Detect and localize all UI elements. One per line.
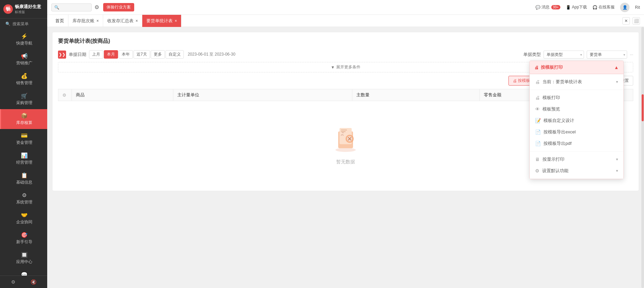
current-month-btn[interactable]: 本月 [104,50,118,59]
dropdown-item-export-excel[interactable]: 📄 按模板导出excel [530,126,623,138]
apps-icon: 🔲 [21,252,28,258]
dropdown-item-default-func[interactable]: ⚙ 设置默认功能 ▾ [530,165,623,177]
dropdown-print-icon: 🖨 [534,65,539,70]
export-excel-icon: 📄 [535,129,541,135]
messages-label: 消息 [541,4,550,10]
default-func-icon: ⚙ [535,168,539,173]
sidebar-item-label: 资金管理 [16,140,32,146]
sidebar-item-wechat[interactable]: 💬 企业微信 [0,268,47,276]
search-icon: 🔍 [54,5,59,10]
tab-receipts-close[interactable]: × [136,19,138,23]
more-btn[interactable]: 更多 [151,50,165,59]
order-type-select[interactable]: 单据类型 [544,51,584,59]
sidebar-item-operations[interactable]: 📊 经营管理 [0,149,47,169]
sidebar-item-system[interactable]: ⚙ 系统管理 [0,189,47,209]
item-left: 📄 按模板导出pdf [535,140,572,147]
current-item-arrow: ▾ [616,79,618,84]
export-pdf-icon: 📄 [535,141,541,146]
sidebar-item-label: 销售管理 [16,80,32,86]
dropdown-item-template-design[interactable]: 📝 模板自定义设计 [530,115,623,126]
user-avatar[interactable]: 👤 [620,3,630,12]
dropdown-title-label: 按模板打印 [541,64,563,70]
item-left: 🖥 按显示打印 [535,156,564,162]
sidebar-item-label: 企业协同 [16,219,32,225]
right-scrollbar[interactable] [641,27,644,288]
item-left: 📝 模板自定义设计 [535,118,574,124]
sidebar-item-shortcut[interactable]: ⚡ 快捷导航 [0,30,47,50]
prev-month-btn[interactable]: 上月 [89,50,103,59]
order-type-select-wrap: 单据类型 [544,51,584,59]
sidebar-item-marketing[interactable]: 📢 营销推广 [0,50,47,69]
more-options-icon: ··· [630,52,633,57]
current-item-icon: 🖨 [535,79,540,85]
sidebar-item-basics[interactable]: 📋 基础信息 [0,169,47,189]
page-content: 要货单统计表(按商品) ❯❯ 单据日期 上月 本月 本年 近7天 更多 自定义 … [47,27,644,288]
tab-home[interactable]: 首页 [51,15,68,27]
audio-bottom-icon[interactable]: 🔇 [31,279,36,285]
order-category-select[interactable]: 要货单 [587,51,627,59]
table-settings-icon[interactable]: ⚙ [62,93,66,98]
sidebar-bottom: ⚙ 🔇 [0,276,47,288]
last7days-btn[interactable]: 近7天 [134,50,150,59]
custom-btn[interactable]: 自定义 [166,50,184,59]
tab-batch-account[interactable]: 库存批次账 × [68,15,103,27]
tab-order-summary[interactable]: 要货单统计表 × [142,15,181,27]
dropdown-current-section: 🖨 当前：要货单统计表 ▾ [530,74,623,90]
dropdown-bottom-section: 🖥 按显示打印 ▾ ⚙ 设置默认功能 ▾ [530,152,623,179]
online-service-action[interactable]: 🎧 在线客服 [592,4,615,10]
dropdown-main-section: 🖨 模板打印 👁 模板预览 📝 模板自定义设计 [530,90,623,152]
search-icon: 🔍 [5,22,10,26]
tab-maximize-btn[interactable]: ⬜ [633,17,640,25]
dropdown-item-display-print[interactable]: 🖥 按显示打印 ▾ [530,154,623,165]
shortcut-icon: ⚡ [21,33,28,39]
sidebar-item-guide[interactable]: 🎯 新手引导 [0,228,47,248]
dropdown-item-export-pdf[interactable]: 📄 按模板导出pdf [530,138,623,149]
sidebar-item-apps[interactable]: 🔲 应用中心 [0,248,47,268]
trial-button[interactable]: 体验行业方案 [103,3,134,11]
sidebar-item-collab[interactable]: 🤝 企业协同 [0,209,47,228]
svg-rect-8 [341,131,346,132]
marketing-icon: 📢 [21,53,28,59]
tabs-bar: 首页 库存批次账 × 收发存汇总表 × 要货单统计表 × ✕ ⬜ [47,15,644,27]
current-year-btn[interactable]: 本年 [119,50,133,59]
logo-title: 畅康通好生意 [15,4,41,10]
messages-action[interactable]: 💬 消息 99+ [535,4,560,10]
sidebar-item-label: 应用中心 [16,259,32,265]
dropdown-current-item[interactable]: 🖨 当前：要货单统计表 ▾ [530,76,623,88]
item-left: 📄 按模板导出excel [535,129,576,135]
print-dropdown-menu: 🖨 按模板打印 ▲ 🖨 当前：要货单统计表 ▾ 🖨 [529,61,624,179]
tab-receipts-summary[interactable]: 收发存汇总表 × [103,15,142,27]
tab-batch-close[interactable]: × [96,19,99,23]
tab-close-all-btn[interactable]: ✕ [622,17,630,25]
date-buttons: 上月 本月 本年 近7天 更多 自定义 [89,50,184,59]
dropdown-item-template-print[interactable]: 🖨 模板打印 [530,92,623,103]
tab-order-close[interactable]: × [175,19,177,23]
sidebar-item-sales[interactable]: 💰 销售管理 [0,69,47,89]
dropdown-item-template-preview[interactable]: 👁 模板预览 [530,103,623,115]
search-label: 搜索菜单 [12,21,29,27]
date-filter-label: 单据日期 [69,52,86,58]
main-content: 🔍 ⚙ 体验行业方案 💬 消息 99+ 📱 App下载 🎧 在线客服 👤 Ri [47,0,644,288]
tabs-controls: ✕ ⬜ [622,17,640,25]
sidebar-item-finance[interactable]: 💳 资金管理 [0,129,47,149]
expand-arrow-icon: ▼ [331,65,335,70]
messages-badge: 99+ [551,5,560,9]
sidebar-item-inventory[interactable]: 📦 库存核算 [0,109,47,129]
current-item-label: 当前：要货单统计表 [543,79,582,85]
settings-icon[interactable]: ⚙ [94,4,99,10]
display-print-icon: 🖥 [535,157,540,162]
basics-icon: 📋 [21,172,28,179]
page-title: 要货单统计表(按商品) [58,38,633,45]
topbar-search[interactable]: 🔍 [51,3,92,11]
purchase-icon: 🛒 [21,93,28,99]
settings-bottom-icon[interactable]: ⚙ [11,279,16,285]
default-func-arrow: ▾ [616,168,618,173]
dropdown-close-icon[interactable]: ▲ [614,65,619,70]
sidebar-search[interactable]: 🔍 搜索菜单 [0,19,47,30]
expand-label: 展开更多条件 [336,64,360,70]
app-download-label: App下载 [572,4,587,10]
service-label: 在线客服 [598,4,615,10]
app-download-action[interactable]: 📱 App下载 [566,4,587,10]
sidebar-item-purchase[interactable]: 🛒 采购管理 [0,89,47,109]
filter-expand-button[interactable]: ❯❯ [58,51,66,59]
